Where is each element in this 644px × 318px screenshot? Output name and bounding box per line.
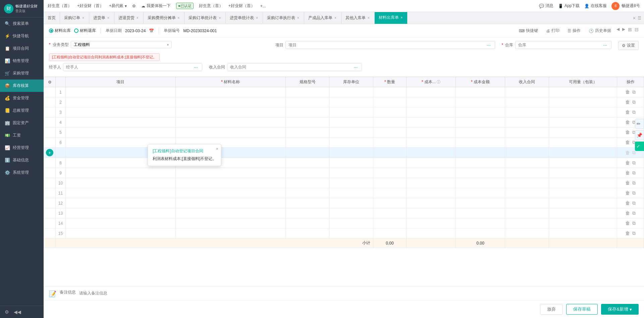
- td-unit-3[interactable]: [329, 107, 373, 117]
- td-name-15[interactable]: [175, 228, 285, 238]
- topbar-message[interactable]: 💬 消息: [539, 3, 553, 9]
- tab-purchase-order-close[interactable]: ×: [82, 16, 85, 20]
- td-name-5[interactable]: [175, 127, 285, 138]
- delete-row-5-btn[interactable]: 🗑: [625, 129, 631, 136]
- td-project-10[interactable]: [66, 178, 176, 188]
- td-qty-13[interactable]: [373, 208, 407, 218]
- topbar-dropdown-icon[interactable]: ▾: [125, 4, 127, 8]
- view-list-icon[interactable]: ⊞: [628, 27, 632, 35]
- td-spec-12[interactable]: [285, 198, 329, 208]
- td-cost-price-1[interactable]: [406, 87, 456, 97]
- td-unit-8[interactable]: [329, 158, 373, 168]
- sidebar-item-basicinfo[interactable]: ℹ️ 基础信息: [0, 154, 44, 166]
- td-income-2[interactable]: [505, 97, 549, 107]
- sidebar-item-sales[interactable]: 📊 销售管理: [0, 55, 44, 67]
- td-cost-price-10[interactable]: [406, 178, 456, 188]
- save-draft-btn[interactable]: 保存草稿: [566, 304, 598, 315]
- add-row-btn[interactable]: +: [46, 149, 53, 156]
- td-income-15[interactable]: [505, 228, 549, 238]
- tab-inbound-stat[interactable]: 进货单统计表 ×: [226, 12, 263, 24]
- delete-row-12-btn[interactable]: 🗑: [625, 200, 631, 206]
- td-cost-price-12[interactable]: [406, 198, 456, 208]
- project-select[interactable]: ···: [285, 41, 495, 49]
- sidebar-settings-btn[interactable]: ⚙: [5, 309, 9, 315]
- td-income-3[interactable]: [505, 107, 549, 117]
- td-spec-2[interactable]: [285, 97, 329, 107]
- td-cost-amount-10[interactable]: [456, 178, 505, 188]
- td-add-income[interactable]: [505, 148, 549, 158]
- view-grid-icon[interactable]: ⊟: [635, 27, 639, 35]
- agent-select[interactable]: ···: [63, 63, 202, 71]
- nav-next-icon[interactable]: ▶: [622, 27, 625, 35]
- th-settings[interactable]: ⚙: [44, 77, 56, 87]
- tab-home[interactable]: 首页: [44, 12, 60, 24]
- mode-out-radio[interactable]: 材料出库: [49, 28, 71, 34]
- tab-purchase-exec[interactable]: 采购订单执行表 ×: [263, 12, 304, 24]
- ops-btn[interactable]: ☰ 操作: [565, 27, 583, 35]
- td-add-qty[interactable]: [373, 148, 407, 158]
- td-project-3[interactable]: [66, 107, 176, 117]
- warehouse-search-icon[interactable]: ···: [602, 42, 608, 48]
- td-project-1[interactable]: [66, 87, 176, 97]
- td-cost-amount-14[interactable]: [456, 218, 505, 228]
- td-income-6[interactable]: [505, 138, 549, 148]
- td-qty-6[interactable]: [373, 138, 407, 148]
- sidebar-item-asset[interactable]: 🏢 固定资产: [0, 117, 44, 129]
- topbar-more[interactable]: +...: [260, 4, 266, 8]
- td-qty-9[interactable]: [373, 168, 407, 178]
- td-cost-amount-8[interactable]: [456, 158, 505, 168]
- td-name-10[interactable]: [175, 178, 285, 188]
- td-project-11[interactable]: [66, 188, 176, 198]
- copy-row-9-btn[interactable]: ⧉: [632, 169, 636, 176]
- td-available-5[interactable]: [549, 127, 617, 138]
- nav-prev-icon[interactable]: ◀: [616, 27, 620, 35]
- td-unit-12[interactable]: [329, 198, 373, 208]
- sidebar-item-salary[interactable]: 💵 工资: [0, 129, 44, 142]
- td-spec-3[interactable]: [285, 107, 329, 117]
- warehouse-input[interactable]: [518, 43, 602, 47]
- td-cost-amount-11[interactable]: [456, 188, 505, 198]
- td-cost-price-8[interactable]: [406, 158, 456, 168]
- topbar-ydz[interactable]: +易代账 ▾: [109, 3, 127, 9]
- sidebar-item-project[interactable]: 📋 项目合同: [0, 42, 44, 55]
- delete-row-1-btn[interactable]: 🗑: [625, 89, 631, 95]
- mode-return-radio[interactable]: 材料退库: [74, 28, 96, 34]
- sidebar-item-inventory[interactable]: 📦 库存核算: [0, 80, 44, 92]
- copy-row-1-btn[interactable]: ⧉: [632, 89, 636, 96]
- delete-row-2-btn[interactable]: 🗑: [625, 99, 631, 105]
- td-unit-4[interactable]: [329, 117, 373, 127]
- td-cost-amount-1[interactable]: [456, 87, 505, 97]
- td-available-3[interactable]: [549, 107, 617, 117]
- td-cost-price-13[interactable]: [406, 208, 456, 218]
- td-unit-11[interactable]: [329, 188, 373, 198]
- td-cost-price-11[interactable]: [406, 188, 456, 198]
- td-qty-15[interactable]: [373, 228, 407, 238]
- shortcut-btn[interactable]: ⌨ 快捷键: [516, 27, 541, 35]
- delete-row-6-btn[interactable]: 🗑: [625, 139, 631, 146]
- settings-button[interactable]: ⚙ 设置: [618, 41, 639, 50]
- tab-inbound-close[interactable]: ×: [107, 16, 110, 20]
- td-unit-10[interactable]: [329, 178, 373, 188]
- copy-row-12-btn[interactable]: ⧉: [632, 200, 636, 207]
- sidebar-collapse-btn[interactable]: ◀◀: [14, 309, 21, 315]
- tab-menu[interactable]: ☰: [638, 16, 641, 20]
- td-name-9[interactable]: [175, 168, 285, 178]
- td-cost-price-3[interactable]: [406, 107, 456, 117]
- td-spec-6[interactable]: [285, 138, 329, 148]
- td-income-5[interactable]: [505, 127, 549, 138]
- tab-purchase-cost[interactable]: 采购费用分摊单 ×: [144, 12, 185, 24]
- td-income-4[interactable]: [505, 117, 549, 127]
- td-project-2[interactable]: [66, 97, 176, 107]
- td-available-13[interactable]: [549, 208, 617, 218]
- td-unit-2[interactable]: [329, 97, 373, 107]
- topbar-hsy1[interactable]: 好生意（首）: [48, 3, 72, 9]
- delete-row-14-btn[interactable]: 🗑: [625, 220, 631, 226]
- td-spec-9[interactable]: [285, 168, 329, 178]
- tab-inbound-stat-close[interactable]: ×: [255, 16, 259, 20]
- delete-row-10-btn[interactable]: 🗑: [625, 179, 631, 186]
- td-qty-1[interactable]: [373, 87, 407, 97]
- td-income-1[interactable]: [505, 87, 549, 97]
- td-cost-price-14[interactable]: [406, 218, 456, 228]
- topbar-hyc2[interactable]: +好业财（首）: [228, 3, 255, 9]
- td-qty-14[interactable]: [373, 218, 407, 228]
